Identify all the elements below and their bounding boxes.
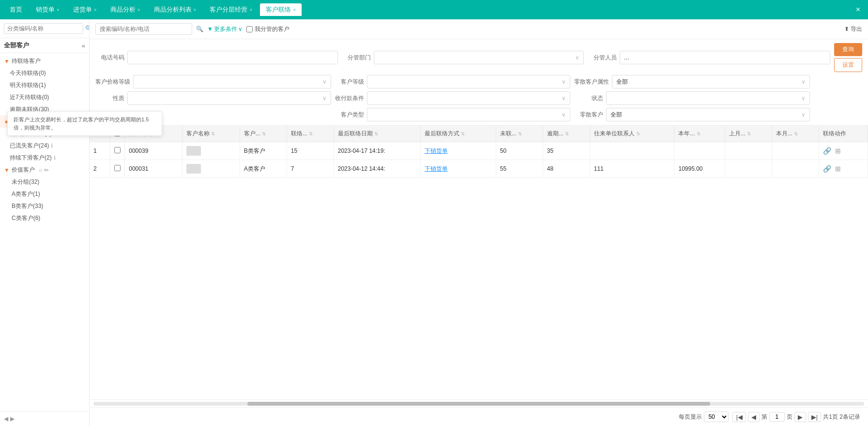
not-contacted-sort-icon[interactable]: ⇅	[518, 131, 522, 136]
query-button[interactable]: 查询	[834, 43, 862, 56]
status-select[interactable]: ∨	[606, 91, 810, 105]
sidebar-item-c-class[interactable]: C类客户(6)	[0, 212, 89, 224]
sidebar-item-a-class[interactable]: A类客户(1)	[0, 188, 89, 200]
sidebar-collapse-icon[interactable]: «	[82, 42, 85, 49]
close-product-analysis-tab[interactable]: ×	[137, 7, 140, 13]
window-close-button[interactable]: ×	[852, 5, 864, 14]
name-sort-icon[interactable]: ⇅	[211, 131, 215, 136]
per-page-label: 每页显示	[679, 413, 702, 421]
page-label: 第	[761, 413, 767, 421]
last-page-btn[interactable]: ▶|	[808, 412, 821, 422]
row2-checkbox[interactable]	[114, 165, 121, 171]
row1-method-link[interactable]: 下销货单	[425, 147, 448, 154]
customer-level-select[interactable]: ∨	[367, 75, 571, 88]
row2-action-icons: 🔗 ⊞	[823, 165, 864, 173]
main-layout: 🔍 全部客户 « ▼ 待联络客户 今天待联络(0) 明天待联络(1) 近7天待联…	[0, 19, 868, 426]
category-search-input[interactable]	[4, 23, 83, 34]
tab-product-list[interactable]: 商品分析列表 ×	[148, 3, 202, 16]
level-sort-icon[interactable]: ⇅	[262, 131, 266, 136]
close-purchase-tab[interactable]: ×	[94, 7, 97, 13]
this-month-sort-icon[interactable]: ⇅	[794, 131, 798, 136]
export-button[interactable]: ⬆ 导出	[844, 25, 862, 33]
sidebar-item-tomorrow[interactable]: 明天待联络(1)	[0, 79, 89, 91]
retail-customer-label: 零散客户	[574, 111, 603, 119]
sidebar-left-arrow[interactable]: ◀	[4, 415, 8, 422]
row1-not-contacted: 50	[496, 142, 543, 160]
name-column-header: 客户名称 ⇅	[183, 126, 240, 142]
sidebar-item-7days[interactable]: 近7天待联络(0)	[0, 91, 89, 103]
retail-customer-select[interactable]: 全部 ∨	[606, 108, 810, 121]
scrollbar-thumb[interactable]	[247, 402, 710, 406]
value-group-edit-icon[interactable]: ✏	[44, 167, 49, 174]
price-level-label: 客户价格等级	[95, 78, 130, 86]
manager-select[interactable]: ...	[620, 51, 830, 64]
tab-purchase[interactable]: 进货单 ×	[67, 3, 103, 16]
department-field: 分管部门 ∨	[342, 51, 584, 64]
row2-this-month	[772, 160, 819, 178]
customer-type-select[interactable]: ∨	[367, 108, 571, 121]
more-conditions-btn[interactable]: ▼ 更多条件 ∨	[207, 25, 243, 33]
row1-this-year	[674, 142, 725, 160]
last-month-sort-icon[interactable]: ⇅	[747, 131, 751, 136]
close-product-list-tab[interactable]: ×	[194, 7, 197, 13]
close-customer-mgmt-tab[interactable]: ×	[249, 7, 252, 13]
price-level-select[interactable]: ∨	[133, 75, 331, 88]
sidebar-item-churned[interactable]: 已流失客户(24) ℹ	[0, 140, 89, 152]
horizontal-scrollbar[interactable]	[93, 402, 864, 406]
prev-page-btn[interactable]: ◀	[748, 412, 760, 422]
set-button[interactable]: 设置	[834, 58, 862, 72]
filter-row-3: 性质 ∨ 收付款条件 ∨ 状态	[95, 91, 862, 105]
tab-sales[interactable]: 销货单 ×	[30, 3, 65, 16]
first-page-btn[interactable]: |◀	[732, 412, 746, 422]
overdue-sort-icon[interactable]: ⇅	[565, 131, 569, 136]
row2-method-link[interactable]: 下销货单	[425, 165, 448, 172]
row1-checkbox[interactable]	[114, 147, 121, 153]
tab-customer-management[interactable]: 客户分层经营 ×	[204, 3, 258, 16]
last-contact-method-sort-icon[interactable]: ⇅	[461, 131, 465, 136]
my-customers-checkbox-label[interactable]: 我分管的客户	[246, 25, 289, 33]
contact-count-sort-icon[interactable]: ⇅	[309, 131, 313, 136]
tab-product-analysis[interactable]: 商品分析 ×	[105, 3, 146, 16]
last-contact-date-sort-icon[interactable]: ⇅	[374, 131, 378, 136]
row1-grid-icon[interactable]: ⊞	[835, 147, 841, 155]
this-year-sort-icon[interactable]: ⇅	[697, 131, 700, 136]
row2-grid-icon[interactable]: ⊞	[835, 165, 841, 173]
tab-customer-contact[interactable]: 客户联络 ×	[260, 3, 302, 16]
gender-select[interactable]: ∨	[127, 91, 331, 105]
phone-input[interactable]	[127, 51, 338, 64]
per-page-selector: 每页显示 50 20 100	[679, 411, 729, 422]
customer-search-input[interactable]	[95, 23, 192, 35]
table-body: 1 000039 B类客户 15 2023-04-17 14:19: 下销货单 …	[90, 142, 868, 178]
department-select[interactable]: ∨	[374, 51, 584, 64]
sidebar-item-b-class[interactable]: B类客户(33)	[0, 200, 89, 212]
sidebar-item-declining[interactable]: 持续下滑客户(2) ℹ	[0, 152, 89, 164]
sidebar-right-arrow[interactable]: ▶	[10, 415, 15, 422]
close-customer-contact-tab[interactable]: ×	[293, 7, 296, 13]
export-icon: ⬆	[844, 26, 849, 32]
value-items: 未分组(32) A类客户(1) B类客户(33) C类客户(6)	[0, 176, 89, 224]
contact-person-sort-icon[interactable]: ⇅	[636, 131, 640, 136]
category-search-icon[interactable]: 🔍	[85, 25, 90, 32]
close-sales-tab[interactable]: ×	[57, 7, 60, 13]
next-page-btn[interactable]: ▶	[794, 412, 806, 422]
my-customers-checkbox[interactable]	[246, 26, 253, 32]
info-icon-2[interactable]: ℹ	[51, 143, 53, 149]
row2-link-icon[interactable]: 🔗	[823, 165, 831, 173]
retail-customer-field: 零散客户 全部 ∨	[574, 108, 810, 121]
row1-link-icon[interactable]: 🔗	[823, 147, 831, 155]
pending-arrow-icon: ▼	[4, 58, 10, 65]
sidebar-pending-group[interactable]: ▼ 待联络客户	[0, 55, 89, 67]
per-page-select[interactable]: 50 20 100	[704, 411, 729, 422]
row1-code: 000039	[125, 142, 183, 160]
value-group-circle-icon[interactable]: ○	[39, 167, 42, 174]
phone-field: 电话号码	[95, 51, 338, 64]
payment-select[interactable]: ∨	[367, 91, 571, 105]
sidebar-item-ungrouped[interactable]: 未分组(32)	[0, 176, 89, 188]
page-input[interactable]	[769, 412, 785, 422]
sidebar-item-today[interactable]: 今天待联络(0)	[0, 67, 89, 79]
info-icon-3[interactable]: ℹ	[54, 155, 56, 161]
tab-home[interactable]: 首页	[4, 3, 28, 16]
overdue-column-header: 逾期... ⇅	[543, 126, 590, 142]
retail-attr-select[interactable]: 全部 ∨	[612, 75, 810, 88]
customer-search-icon[interactable]: 🔍	[196, 26, 203, 32]
